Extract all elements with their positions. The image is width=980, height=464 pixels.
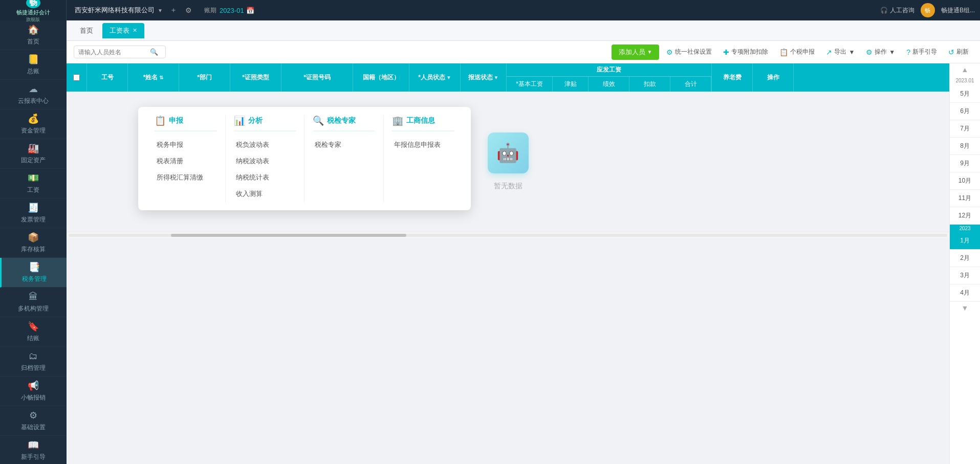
user-name[interactable]: 畅捷通B组... <box>941 6 975 15</box>
sidebar-item-label: 固定资产 <box>21 156 46 165</box>
sidebar-item-ledger[interactable]: 📒 总账 <box>0 50 67 80</box>
sidebar-item-funds[interactable]: 💰 资金管理 <box>0 109 67 139</box>
dropdown-item-income-calc[interactable]: 收入测算 <box>234 186 296 202</box>
sidebar-item-label: 首页 <box>27 37 39 46</box>
special-deduction-button[interactable]: ✚ 专项附加扣除 <box>719 46 772 58</box>
company-selector[interactable]: 西安虾米网络科技有限公司 ▼ <box>75 6 163 15</box>
sidebar-item-guide[interactable]: 📖 新手引导 <box>0 436 67 464</box>
top-bar-actions: ＋ ⚙ <box>168 5 194 16</box>
cal-month-12[interactable]: 12月 <box>950 207 980 225</box>
cal-month-3[interactable]: 3月 <box>950 267 980 284</box>
sidebar-item-inventory[interactable]: 📦 库存核算 <box>0 228 67 258</box>
cal-month-9[interactable]: 9月 <box>950 155 980 172</box>
settings-button[interactable]: ⚙ <box>183 5 194 15</box>
tab-payroll-label: 工资表 <box>110 26 129 35</box>
sidebar-item-label: 结账 <box>27 334 39 343</box>
th-action: 操作 <box>753 63 794 92</box>
sidebar-item-label: 云报表中心 <box>18 97 49 105</box>
cal-month-6[interactable]: 6月 <box>950 103 980 120</box>
company-dropdown-arrow: ▼ <box>158 8 163 13</box>
th-checkbox[interactable] <box>67 63 87 92</box>
tab-close-icon[interactable]: ✕ <box>133 27 137 34</box>
tax-icon: 📑 <box>29 261 40 273</box>
horizontal-scrollbar[interactable] <box>67 232 949 238</box>
dropdown-item-tax-form[interactable]: 税表清册 <box>155 153 217 169</box>
archive-icon: 🗂 <box>29 351 38 362</box>
operations-button[interactable]: ⚙ 操作 ▼ <box>862 46 899 58</box>
company-name: 西安虾米网络科技有限公司 <box>75 6 155 15</box>
tab-home[interactable]: 首页 <box>73 23 100 38</box>
sidebar-item-home[interactable]: 🏠 首页 <box>0 20 67 50</box>
sidebar-item-label: 发票管理 <box>21 215 46 224</box>
expert-icon: 🔍 <box>313 115 324 126</box>
main-layout: 🏠 首页 📒 总账 ☁ 云报表中心 💰 资金管理 🏭 固定资产 💵 工资 🧾 发… <box>0 20 980 464</box>
sidebar-item-archive[interactable]: 🗂 归档管理 <box>0 347 67 377</box>
sidebar-item-expense[interactable]: 📢 小畅报销 <box>0 377 67 406</box>
cal-month-11[interactable]: 11月 <box>950 190 980 207</box>
scrollbar-track <box>69 234 947 237</box>
dropdown-item-annual-report[interactable]: 年报信息申报表 <box>392 137 455 153</box>
guide-button[interactable]: ? 新手引导 <box>902 46 941 58</box>
period-label: 账期 <box>204 6 216 15</box>
sidebar-item-label: 库存核算 <box>21 245 46 254</box>
dropdown-item-income-tax[interactable]: 所得税汇算清缴 <box>155 169 217 186</box>
sidebar-item-close-period[interactable]: 🔖 结账 <box>0 317 67 347</box>
headset-icon: 🎧 <box>880 7 888 14</box>
add-company-button[interactable]: ＋ <box>168 5 179 16</box>
tab-payroll[interactable]: 工资表 ✕ <box>102 23 144 38</box>
dropdown-item-tax-burden[interactable]: 税负波动表 <box>234 137 296 153</box>
cal-month-5[interactable]: 5月 <box>950 85 980 103</box>
cal-month-7[interactable]: 7月 <box>950 120 980 138</box>
dropdown-item-tax-declare[interactable]: 税务申报 <box>155 137 217 153</box>
refresh-label: 刷新 <box>956 48 969 56</box>
scrollbar-thumb[interactable] <box>171 234 406 237</box>
period-calendar-icon[interactable]: 📅 <box>246 7 254 14</box>
add-btn-arrow: ▼ <box>647 49 652 55</box>
cal-month-1[interactable]: 1月 <box>950 232 980 250</box>
cal-month-4[interactable]: 4月 <box>950 284 980 302</box>
sidebar-item-payroll[interactable]: 💵 工资 <box>0 169 67 198</box>
sidebar-item-label: 小畅报销 <box>21 393 46 402</box>
sidebar-item-label: 总账 <box>27 67 39 76</box>
tax-report-button[interactable]: 📋 个税申报 <box>775 46 819 58</box>
content-area: 首页 工资表 ✕ 🔍 添加人员 ▼ ⚙ 统一社保设置 <box>67 20 980 464</box>
add-person-button[interactable]: 添加人员 ▼ <box>612 45 660 60</box>
sidebar-item-assets[interactable]: 🏭 固定资产 <box>0 139 67 169</box>
dropdown-item-tax-expert[interactable]: 税检专家 <box>313 137 375 153</box>
special-deduction-label: 专项附加扣除 <box>731 48 768 56</box>
sidebar-item-invoice[interactable]: 🧾 发票管理 <box>0 198 67 228</box>
social-insurance-settings[interactable]: ⚙ 统一社保设置 <box>662 46 716 58</box>
sidebar-item-label: 新手引导 <box>21 453 46 461</box>
export-icon: ↗ <box>826 48 832 56</box>
select-all-checkbox[interactable] <box>73 74 80 81</box>
search-icon[interactable]: 🔍 <box>150 48 158 56</box>
cal-month-8[interactable]: 8月 <box>950 138 980 155</box>
th-performance: 绩效 <box>589 77 629 92</box>
support-button[interactable]: 🎧 人工咨询 <box>880 6 914 15</box>
sidebar-item-tax[interactable]: 📑 税务管理 <box>0 258 67 288</box>
empty-robot-icon: 🤖 <box>488 132 529 173</box>
tax-report-label: 个税申报 <box>790 48 815 56</box>
home-icon: 🏠 <box>28 24 39 35</box>
th-status[interactable]: *人员状态 ▼ <box>409 63 461 92</box>
dropdown-item-tax-wave[interactable]: 纳税波动表 <box>234 153 296 169</box>
ledger-icon: 📒 <box>28 54 39 65</box>
toolbar: 🔍 添加人员 ▼ ⚙ 统一社保设置 ✚ 专项附加扣除 📋 个税申报 <box>67 41 980 63</box>
th-report-status[interactable]: 报送状态 ▼ <box>461 63 507 92</box>
sidebar-item-settings[interactable]: ⚙ 基础设置 <box>0 406 67 436</box>
sidebar-item-cloud-report[interactable]: ☁ 云报表中心 <box>0 80 67 109</box>
cal-month-2[interactable]: 2月 <box>950 250 980 267</box>
user-avatar: 畅 <box>921 3 935 17</box>
cal-month-10[interactable]: 10月 <box>950 172 980 190</box>
calendar-prev-nav[interactable]: ▲ <box>960 63 971 76</box>
th-name[interactable]: *姓名 ⇅ <box>128 63 179 92</box>
sidebar-item-multi-org[interactable]: 🏛 多机构管理 <box>0 288 67 317</box>
th-total: 合计 <box>670 77 711 92</box>
dropdown-item-tax-stat[interactable]: 纳税统计表 <box>234 169 296 186</box>
export-button[interactable]: ↗ 导出 ▼ <box>822 46 859 58</box>
calendar-year-label: 2023 <box>950 225 980 232</box>
calendar-next-nav[interactable]: ▼ <box>960 302 971 314</box>
operations-icon: ⚙ <box>866 48 873 56</box>
refresh-button[interactable]: ↺ 刷新 <box>944 46 973 58</box>
search-input[interactable] <box>78 49 150 56</box>
